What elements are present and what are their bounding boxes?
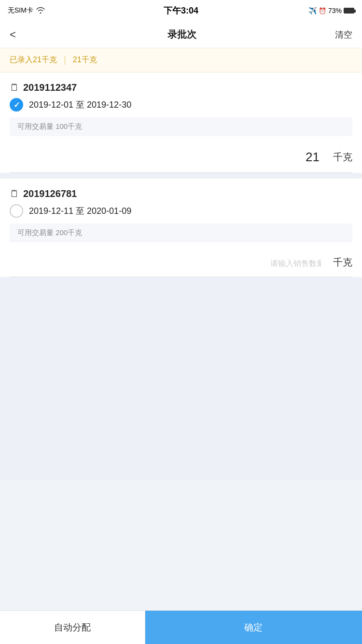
batch2-date-range: 2019-12-11 至 2020-01-09: [29, 205, 131, 217]
batch1-qty-value: 21: [306, 150, 320, 165]
info-banner: 已录入21千克 21千克: [0, 48, 362, 72]
batch2-avail-box: 可用交易量 200千克: [10, 224, 352, 242]
batch2-icon: 🗒: [10, 188, 19, 199]
bottom-bar: 自动分配 确定: [0, 610, 362, 644]
nav-bar: < 录批次 清空: [0, 21, 362, 48]
batch-card-1: 🗒 2019112347 2019-12-01 至 2019-12-30 可用交…: [0, 72, 362, 173]
batch2-input-row: 千克: [10, 250, 352, 277]
card-divider-1: [0, 173, 362, 179]
page-title: 录批次: [167, 28, 196, 41]
location-icon: ✈️: [308, 7, 317, 14]
batch1-radio[interactable]: [10, 98, 23, 112]
confirm-button[interactable]: 确定: [145, 611, 362, 644]
clear-button[interactable]: 清空: [335, 29, 352, 41]
batch1-qty-row: 21 千克: [10, 144, 352, 173]
back-button[interactable]: <: [10, 28, 29, 41]
batch1-header: 🗒 2019112347: [10, 82, 352, 93]
batch-card-2: 🗒 2019126781 2019-12-11 至 2020-01-09 可用交…: [0, 179, 362, 277]
batch2-radio[interactable]: [10, 204, 23, 218]
battery-percent: 73%: [328, 7, 342, 14]
batch1-avail-box: 可用交易量 100千克: [10, 117, 352, 136]
banner-divider: [65, 56, 65, 65]
battery-icon: [344, 8, 354, 14]
batch1-id: 2019112347: [23, 82, 77, 93]
batch1-unit: 千克: [333, 151, 352, 164]
batch2-unit: 千克: [333, 256, 352, 269]
status-bar: 无SIM卡 下午3:04 ✈️ ⏰ 73%: [0, 0, 362, 21]
batch1-avail-label: 可用交易量 100千克: [17, 122, 82, 130]
carrier-label: 无SIM卡: [8, 6, 33, 15]
total-amount: 21千克: [73, 55, 97, 65]
alarm-icon: ⏰: [319, 7, 326, 14]
batch1-date-range: 2019-12-01 至 2019-12-30: [29, 99, 131, 111]
empty-area: [0, 277, 362, 480]
status-time: 下午3:04: [164, 5, 198, 16]
recorded-amount: 已录入21千克: [10, 55, 57, 65]
batch2-qty-input[interactable]: [270, 256, 328, 269]
status-right: ✈️ ⏰ 73%: [308, 7, 354, 14]
batch2-row: 2019-12-11 至 2020-01-09: [10, 204, 352, 218]
batch2-avail-label: 可用交易量 200千克: [17, 228, 82, 237]
auto-distribute-button[interactable]: 自动分配: [0, 611, 145, 644]
status-left: 无SIM卡: [8, 6, 45, 15]
batch2-id: 2019126781: [23, 188, 77, 199]
batch2-header: 🗒 2019126781: [10, 188, 352, 199]
wifi-icon: [36, 7, 45, 15]
batch1-row: 2019-12-01 至 2019-12-30: [10, 98, 352, 112]
batch1-icon: 🗒: [10, 82, 19, 93]
